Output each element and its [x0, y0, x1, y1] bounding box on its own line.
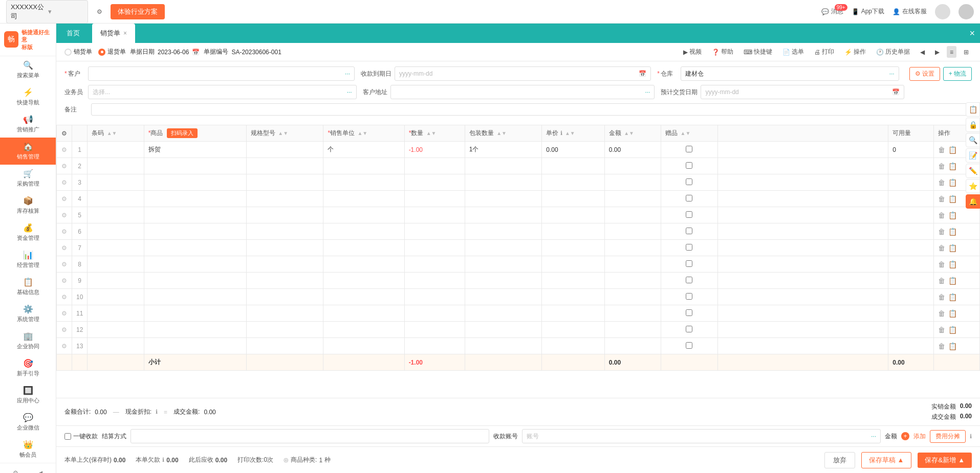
cell-amount[interactable] — [604, 174, 661, 191]
sidebar-item-marketing[interactable]: 📢 营销推广 — [0, 110, 56, 138]
float-btn-3[interactable]: 🔍 — [966, 133, 980, 147]
delivery-date-calendar-icon[interactable]: 📅 — [892, 88, 900, 96]
logistics-button[interactable]: + 物流 — [943, 67, 972, 81]
cell-price[interactable] — [542, 207, 605, 223]
copy-icon[interactable]: 📋 — [948, 309, 957, 318]
gift-checkbox[interactable] — [686, 211, 692, 218]
delete-icon[interactable]: 🗑 — [938, 293, 945, 301]
cell-qty[interactable] — [404, 158, 465, 174]
cell-unit[interactable] — [323, 305, 404, 322]
cell-qty[interactable] — [404, 191, 465, 207]
cell-product[interactable] — [144, 240, 246, 256]
close-window-icon[interactable]: × — [969, 28, 975, 39]
add-payment-button[interactable]: + — [901, 432, 909, 440]
cell-amount[interactable] — [604, 256, 661, 273]
cell-pkgqty[interactable] — [465, 256, 541, 273]
cell-amount[interactable] — [604, 207, 661, 223]
cell-price[interactable] — [542, 289, 605, 305]
float-btn-1[interactable]: 📋 — [966, 102, 980, 117]
action-btn[interactable]: ⚡ 操作 — [841, 46, 869, 58]
radio-return-order[interactable]: 退货单 — [98, 48, 126, 56]
cell-product[interactable]: 拆贺 — [144, 142, 246, 158]
cell-pkgqty[interactable] — [465, 273, 541, 289]
cell-unit[interactable] — [323, 223, 404, 240]
company-selector[interactable]: XXXXXX公司 ▾ — [6, 0, 88, 24]
cell-spec[interactable] — [246, 256, 323, 273]
delete-icon[interactable]: 🗑 — [938, 178, 945, 187]
tab-home[interactable]: 首页 — [56, 24, 90, 43]
cell-product[interactable] — [144, 207, 246, 223]
cell-barcode[interactable] — [88, 207, 144, 223]
cell-qty[interactable] — [404, 305, 465, 322]
cell-product[interactable] — [144, 322, 246, 338]
cell-unit[interactable] — [323, 273, 404, 289]
cell-gift[interactable] — [661, 322, 717, 338]
delivery-date-input[interactable]: yyyy-mm-dd 📅 — [701, 85, 904, 99]
delete-icon[interactable]: 🗑 — [938, 162, 945, 170]
sidebar-item-wechat[interactable]: 💬 企业微信 — [0, 409, 56, 436]
help-btn[interactable]: ❓ 帮助 — [709, 46, 736, 58]
cell-unit[interactable] — [323, 322, 404, 338]
cell-pkgqty[interactable] — [465, 322, 541, 338]
gift-checkbox[interactable] — [686, 228, 692, 234]
message-button[interactable]: 💬 消息 99+ — [821, 7, 843, 16]
cell-amount[interactable] — [604, 240, 661, 256]
th-product[interactable]: *商品 扫码录入 — [144, 125, 246, 142]
shortcut-btn[interactable]: ⌨ 快捷键 — [741, 46, 775, 58]
cell-spec[interactable] — [246, 289, 323, 305]
delete-icon[interactable]: 🗑 — [938, 326, 945, 334]
cell-product[interactable] — [144, 174, 246, 191]
cell-pkgqty[interactable] — [465, 191, 541, 207]
settlement-input[interactable] — [130, 429, 489, 443]
cell-barcode[interactable] — [88, 158, 144, 174]
cell-gift[interactable] — [661, 289, 717, 305]
gift-checkbox[interactable] — [686, 195, 692, 201]
cell-gift[interactable] — [661, 338, 717, 354]
account-input[interactable]: 账号 ··· — [522, 429, 881, 443]
address-input[interactable]: ··· — [390, 85, 655, 99]
sidebar-item-search[interactable]: 🔍 搜索菜单 — [0, 56, 56, 83]
cell-pkgqty[interactable] — [465, 289, 541, 305]
gift-checkbox[interactable] — [686, 293, 692, 300]
expense-button[interactable]: 费用分摊 — [930, 430, 966, 443]
sidebar-item-operations[interactable]: 📊 经营管理 — [0, 246, 56, 273]
sidebar-item-base[interactable]: 📋 基础信息 — [0, 273, 56, 300]
cell-barcode[interactable] — [88, 240, 144, 256]
cell-spec[interactable] — [246, 305, 323, 322]
due-date-calendar-icon[interactable]: 📅 — [639, 70, 646, 77]
cell-product[interactable] — [144, 338, 246, 354]
cell-spec[interactable] — [246, 191, 323, 207]
cell-amount[interactable] — [604, 322, 661, 338]
cell-barcode[interactable] — [88, 174, 144, 191]
cell-pkgqty[interactable] — [465, 240, 541, 256]
copy-icon[interactable]: 📋 — [948, 228, 957, 236]
cell-barcode[interactable] — [88, 223, 144, 240]
cell-price[interactable] — [542, 256, 605, 273]
th-gear[interactable]: ⚙ — [57, 125, 72, 142]
delete-icon[interactable]: 🗑 — [938, 342, 945, 350]
cell-amount[interactable] — [604, 273, 661, 289]
copy-icon[interactable]: 📋 — [948, 277, 957, 285]
calendar-icon[interactable]: 📅 — [192, 49, 200, 56]
app-download-button[interactable]: 📱 App下载 — [852, 7, 884, 16]
cell-amount[interactable] — [604, 223, 661, 240]
cell-spec[interactable] — [246, 240, 323, 256]
list-view-btn[interactable]: ≡ — [947, 46, 956, 58]
cell-gift[interactable] — [661, 240, 717, 256]
float-btn-7[interactable]: 🔔 — [966, 194, 980, 209]
cell-unit[interactable] — [323, 158, 404, 174]
cell-pkgqty[interactable] — [465, 207, 541, 223]
cell-gift[interactable] — [661, 191, 717, 207]
float-btn-5[interactable]: ✏️ — [966, 164, 980, 178]
cell-product[interactable] — [144, 158, 246, 174]
cell-gift[interactable] — [661, 256, 717, 273]
cell-unit[interactable] — [323, 174, 404, 191]
cell-gift[interactable] — [661, 273, 717, 289]
copy-icon[interactable]: 📋 — [948, 146, 957, 154]
cell-unit[interactable] — [323, 240, 404, 256]
cell-unit[interactable]: 个 — [323, 142, 404, 158]
prev-btn[interactable]: ◀ — [917, 46, 928, 58]
float-btn-2[interactable]: 🔒 — [966, 118, 980, 132]
cell-qty[interactable] — [404, 256, 465, 273]
cell-price[interactable] — [542, 158, 605, 174]
